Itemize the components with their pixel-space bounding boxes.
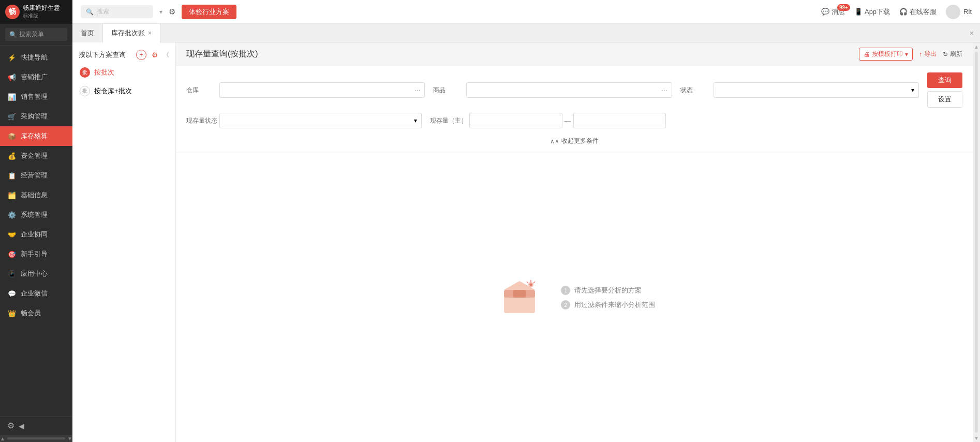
sales-icon: 📊 [7, 92, 17, 101]
sidebar-item-member[interactable]: 👑 畅会员 [0, 303, 72, 323]
sidebar-item-finance[interactable]: 💰 资金管理 [0, 146, 72, 166]
query-btn-group: 查询 设置 [927, 72, 962, 108]
right-scrollbar[interactable]: ▲ ▼ [973, 42, 980, 442]
product-label: 商品 [433, 86, 464, 95]
stock-status-label: 现存量状态 [186, 116, 217, 125]
scheme-icon-warehouse-batch: 批 [80, 86, 90, 96]
header-dropdown-icon[interactable]: ▾ [159, 8, 162, 16]
message-icon: 💬 [821, 8, 829, 16]
header-search-icon: 🔍 [86, 8, 94, 16]
message-action[interactable]: 💬 消息 99+ [821, 7, 845, 17]
warehouse-input[interactable]: ··· [219, 82, 425, 98]
gear-icon: ⚙ [152, 51, 158, 59]
add-scheme-btn[interactable]: + [136, 50, 146, 60]
header-gear-icon[interactable]: ⚙ [169, 7, 175, 17]
filter-field-product: 商品 ··· [433, 82, 672, 98]
sidebar-item-marketing[interactable]: 📢 营销推广 [0, 67, 72, 87]
stock-status-dropdown-icon: ▾ [414, 117, 417, 124]
page-header-actions: 🖨 按模板打印 ▾ ↑ 导出 ↻ 刷新 [859, 48, 962, 61]
system-icon: ⚙️ [7, 210, 17, 219]
header-search-box[interactable]: 🔍 搜索 [81, 5, 153, 18]
sidebar-item-inventory[interactable]: 📦 库存核算 [0, 126, 72, 146]
collapse-panel-btn[interactable]: 《 [163, 51, 169, 60]
product-input[interactable]: ··· [466, 82, 672, 98]
scheme-gear-btn[interactable]: ⚙ [150, 50, 160, 60]
settings-btn[interactable]: 设置 [927, 91, 962, 108]
scheme-item-batch[interactable]: 批 按批次 [72, 63, 175, 82]
sidebar-nav: ⚡ 快捷导航 📢 营销推广 📊 销售管理 🛒 采购管理 📦 库存核算 💰 资金管… [0, 46, 72, 416]
top-header: 🔍 搜索 ▾ ⚙ 体验行业方案 💬 消息 99+ 📱 App下载 🎧 在线客服 … [72, 0, 980, 24]
tab-close-inventory-batch[interactable]: × [148, 30, 152, 37]
refresh-btn[interactable]: ↻ 刷新 [943, 50, 962, 58]
stock-qty-range: — [469, 113, 665, 128]
stock-qty-min-input[interactable] [469, 113, 562, 128]
empty-tips: 1 请先选择要分析的方案 2 用过滤条件来缩小分析范围 [561, 286, 655, 310]
status-select[interactable]: ▾ [714, 82, 919, 98]
stock-status-select[interactable]: ▾ [219, 113, 422, 128]
headset-icon: 🎧 [899, 8, 908, 16]
stock-qty-label: 现存量（主） [430, 116, 467, 125]
newuser-icon: 🎯 [7, 249, 17, 259]
svg-rect-2 [513, 290, 526, 298]
left-panel-header: 按以下方案查询 + ⚙ 《 [72, 47, 175, 63]
app-logo: 畅 [5, 5, 20, 19]
export-btn[interactable]: ↑ 导出 [919, 50, 937, 58]
scroll-down-arrow[interactable]: ▼ [973, 434, 980, 442]
query-btn[interactable]: 查询 [927, 72, 962, 88]
sidebar-item-basic[interactable]: 🗂️ 基础信息 [0, 185, 72, 205]
print-btn[interactable]: 🖨 按模板打印 ▾ [859, 48, 913, 61]
page-header: 现存量查询(按批次) 🖨 按模板打印 ▾ ↑ 导出 ↻ 刷新 [176, 42, 973, 66]
settings-icon[interactable]: ⚙ [7, 421, 14, 431]
sidebar-item-enterprise[interactable]: 🤝 企业协同 [0, 225, 72, 244]
scroll-up-arrow[interactable]: ▲ [973, 42, 980, 51]
sidebar-item-sales[interactable]: 📊 销售管理 [0, 87, 72, 107]
stock-qty-max-input[interactable] [573, 113, 666, 128]
purchase-icon: 🛒 [7, 112, 17, 121]
svg-line-8 [533, 282, 535, 283]
tab-inventory-batch[interactable]: 库存批次账 × [103, 24, 160, 42]
print-icon: 🖨 [864, 51, 870, 58]
app-title: 畅康通好生意 [23, 4, 60, 12]
sidebar-item-quicknav[interactable]: ⚡ 快捷导航 [0, 48, 72, 67]
sidebar-item-appcenter[interactable]: 📱 应用中心 [0, 264, 72, 284]
online-service-label: 在线客服 [910, 7, 937, 17]
empty-tip-1: 1 请先选择要分析的方案 [561, 286, 655, 295]
user-name: Rit [963, 8, 972, 16]
svg-line-7 [527, 282, 528, 283]
left-panel-title: 按以下方案查询 [79, 50, 126, 60]
svg-point-5 [530, 284, 532, 286]
sidebar: 畅 畅康通好生意 标准版 🔍 搜索菜单 ⚡ 快捷导航 📢 营销推广 📊 销售管理… [0, 0, 72, 442]
sidebar-search-input[interactable]: 🔍 搜索菜单 [5, 28, 67, 41]
stock-qty-sep: — [565, 117, 571, 125]
sidebar-header: 畅 畅康通好生意 标准版 [0, 0, 72, 24]
tab-home[interactable]: 首页 [72, 24, 103, 42]
app-download-action[interactable]: 📱 App下载 [854, 7, 890, 17]
appcenter-icon: 📱 [7, 269, 17, 278]
sidebar-search-area[interactable]: 🔍 搜索菜单 [0, 24, 72, 46]
enterprise-icon: 🤝 [7, 230, 17, 239]
marketing-icon: 📢 [7, 72, 17, 82]
finance-icon: 💰 [7, 151, 17, 160]
online-service-action[interactable]: 🎧 在线客服 [899, 7, 937, 17]
user-info[interactable]: Rit [946, 5, 972, 19]
tip-num-2: 2 [561, 300, 570, 310]
export-icon: ↑ [919, 51, 922, 58]
print-dropdown-icon[interactable]: ▾ [905, 51, 908, 58]
search-icon: 🔍 [9, 31, 17, 38]
collapse-more-btn[interactable]: ∧∧ 收起更多条件 [186, 134, 962, 146]
sidebar-scrollbar: ▲ ▼ [0, 435, 72, 442]
sidebar-item-newuser[interactable]: 🎯 新手引导 [0, 244, 72, 264]
tab-close-all-icon[interactable]: × [963, 29, 980, 37]
sidebar-footer: ⚙ ◀ [0, 416, 72, 435]
sidebar-item-corpwx[interactable]: 💬 企业微信 [0, 284, 72, 303]
collapse-sidebar-icon[interactable]: ◀ [19, 422, 24, 430]
sidebar-item-operations[interactable]: 📋 经营管理 [0, 166, 72, 185]
experience-btn[interactable]: 体验行业方案 [182, 5, 236, 19]
sidebar-item-system[interactable]: ⚙️ 系统管理 [0, 205, 72, 225]
sidebar-item-purchase[interactable]: 🛒 采购管理 [0, 107, 72, 126]
scheme-item-warehouse-batch[interactable]: 批 按仓库+批次 [72, 82, 175, 100]
app-subtitle: 标准版 [23, 12, 60, 20]
warehouse-label: 仓库 [186, 86, 217, 95]
left-panel: 按以下方案查询 + ⚙ 《 批 按批次 批 按仓库+批次 [72, 42, 176, 442]
operations-icon: 📋 [7, 171, 17, 180]
